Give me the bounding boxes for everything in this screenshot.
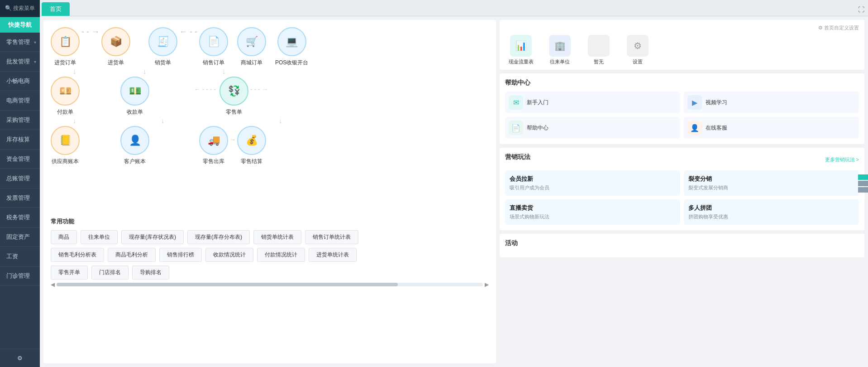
func-btn-sales-rank[interactable]: 销售排行榜	[159, 248, 202, 262]
main-area: 首页 ⛶ 📋 进货订单 - - →	[40, 0, 868, 367]
arrow-right-retail: →	[229, 136, 236, 143]
tab-bar: 首页 ⛶	[40, 0, 868, 16]
down-arrow-sales: ↓	[121, 68, 168, 76]
flow-node-sales[interactable]: 🧾 销货单	[148, 27, 177, 67]
receipt-icon: 💵	[129, 85, 141, 97]
scroll-left-arrow[interactable]: ◀	[51, 281, 55, 288]
func-btn-retail-order[interactable]: 零售开单	[51, 266, 88, 280]
quick-icons-row: 📊 现金流量表 🏢 往来单位 暂无 ⚙ 设置	[505, 35, 859, 65]
common-func-row2: 销售毛利分析表 商品毛利分析 销售排行榜 收款情况统计 付款情况统计 进货单统计…	[51, 248, 489, 262]
purchase-order-icon: 📋	[59, 36, 72, 48]
tab-home[interactable]: 首页	[42, 2, 70, 16]
settings-icon-box: ⚙	[627, 35, 649, 57]
sidebar-settings-button[interactable]: ⚙	[0, 349, 40, 367]
float-btn-service[interactable]: 客服热线	[858, 174, 868, 180]
flow-node-sales-order[interactable]: 📄 销售订单	[199, 27, 228, 67]
supplier-ledger-icon: 📒	[59, 135, 72, 146]
func-btn-guide-rank[interactable]: 导购排名	[132, 266, 169, 280]
func-btn-receipt-stat[interactable]: 收款情况统计	[205, 248, 253, 262]
quick-icon-settings[interactable]: ⚙ 设置	[622, 35, 653, 65]
quick-icon-cashflow[interactable]: 📊 现金流量表	[505, 35, 537, 65]
quick-icon-empty: 暂无	[583, 35, 615, 65]
sidebar-nav-label: 快捷导航	[0, 17, 40, 33]
help-center-title: 帮助中心	[505, 79, 859, 87]
sidebar-item-purchase[interactable]: 采购管理	[0, 111, 40, 130]
marketing-item-fission[interactable]: 裂变分销 裂变式发展分销商	[684, 170, 859, 196]
sidebar-item-xiaochang[interactable]: 小畅电商	[0, 72, 40, 91]
more-marketing-link[interactable]: 更多营销玩法 >	[825, 156, 859, 163]
marketing-title: 营销玩法	[505, 153, 530, 161]
sidebar-item-tax[interactable]: 税务管理	[0, 208, 40, 227]
flow-node-purchase-order[interactable]: 📋 进货订单	[51, 27, 80, 67]
customer-ledger-icon: 👤	[129, 135, 141, 146]
func-btn-product-profit[interactable]: 商品毛利分析	[108, 248, 156, 262]
flow-node-supplier-ledger[interactable]: 📒 供应商账本	[51, 126, 80, 165]
scroll-thumb	[57, 283, 398, 286]
common-func-row1: 商品 往来单位 现存量(库存状况表) 现存量(库存分布表) 销货单统计表 销售订…	[51, 230, 489, 244]
float-btn-desktop[interactable]: 桌面快捷	[858, 187, 868, 193]
sidebar-item-clinic[interactable]: 门诊管理	[0, 266, 40, 286]
customize-btn[interactable]: ⚙ 首页自定义设置	[818, 24, 859, 31]
retail-settle-icon: 💰	[246, 135, 258, 146]
help-item-helpcenter[interactable]: 📄 帮助中心	[505, 117, 680, 139]
func-btn-product[interactable]: 商品	[51, 230, 77, 244]
flow-node-customer-ledger[interactable]: 👤 客户账本	[120, 126, 149, 165]
common-functions-section: 常用功能 商品 往来单位 现存量(库存状况表) 现存量(库存分布表) 销货单统计…	[51, 217, 489, 280]
pos-icon: 💻	[286, 36, 298, 48]
marketing-item-member[interactable]: 会员拉新 吸引用户成为会员	[505, 170, 680, 196]
chevron-icon: ▾	[34, 40, 36, 45]
func-btn-purchase-stat[interactable]: 进货单统计表	[309, 248, 357, 262]
search-icon: 🔍	[5, 5, 12, 11]
help-item-online-service[interactable]: 👤 在线客服	[684, 117, 859, 139]
flow-node-mall-order[interactable]: 🛒 商城订单	[237, 27, 266, 67]
sidebar-search[interactable]: 🔍 搜索菜单	[0, 0, 40, 17]
empty-icon-box	[588, 35, 610, 57]
flow-node-retail-order[interactable]: 💱 零售单	[219, 77, 248, 116]
flow-node-pos[interactable]: 💻 POS收银开台	[275, 27, 308, 67]
flow-node-purchase[interactable]: 📦 进货单	[101, 27, 130, 67]
arrow-left-1: ← - -	[177, 27, 199, 37]
scroll-right-arrow[interactable]: ▶	[485, 281, 489, 288]
scroll-track[interactable]	[57, 283, 483, 286]
flow-node-receipt[interactable]: 💵 收款单	[120, 77, 149, 116]
func-btn-store-rank[interactable]: 门店排名	[91, 266, 129, 280]
content-area: 📋 进货订单 - - → 📦 进货单	[40, 16, 868, 367]
help-grid: ✉ 新手入门 ▶ 视频学习 📄 帮助中心 👤 在线客服	[505, 92, 859, 139]
arrow-left-2: ← - - - -	[194, 86, 216, 93]
marketing-item-live[interactable]: 直播卖货 场景式购物新玩法	[505, 199, 680, 225]
flow-node-retail-settle[interactable]: 💰 零售结算	[237, 126, 266, 165]
float-btn-community[interactable]: 服务社区	[858, 181, 868, 186]
sidebar-item-salary[interactable]: 工资	[0, 247, 40, 266]
func-btn-payment-stat[interactable]: 付款情况统计	[257, 248, 305, 262]
func-btn-sales-profit[interactable]: 销售毛利分析表	[51, 248, 104, 262]
func-btn-partner[interactable]: 往来单位	[81, 230, 118, 244]
flow-node-retail-out[interactable]: 🚚 零售出库	[199, 126, 228, 165]
payment-icon: 💴	[59, 85, 72, 97]
help-item-beginner[interactable]: ✉ 新手入门	[505, 92, 680, 113]
sidebar-item-fixed-assets[interactable]: 固定资产	[0, 227, 40, 247]
sidebar-item-wholesale[interactable]: 批发管理 ▾	[0, 52, 40, 72]
func-btn-stock2[interactable]: 现存量(库存分布表)	[187, 230, 250, 244]
flow-node-payment[interactable]: 💴 付款单	[51, 77, 80, 116]
purchase-icon: 📦	[110, 36, 122, 48]
flow-diagram: 📋 进货订单 - - → 📦 进货单	[51, 27, 489, 217]
func-btn-sales-order-stat[interactable]: 销售订单统计表	[305, 230, 358, 244]
sidebar-item-inventory[interactable]: 库存核算	[0, 130, 40, 150]
sidebar-item-finance[interactable]: 资金管理	[0, 150, 40, 169]
quick-icon-partner[interactable]: 🏢 往来单位	[544, 35, 576, 65]
func-btn-sales-stat[interactable]: 销货单统计表	[253, 230, 301, 244]
beginner-icon: ✉	[509, 95, 523, 110]
arrow-right-pos: - - - →	[250, 86, 268, 93]
sidebar-item-invoice[interactable]: 发票管理	[0, 188, 40, 208]
marketing-item-group-buy[interactable]: 多人拼团 拼团购物享受优惠	[684, 199, 859, 225]
func-btn-stock1[interactable]: 现存量(库存状况表)	[121, 230, 184, 244]
sidebar-item-ledger[interactable]: 总账管理	[0, 169, 40, 188]
down-arrow-retailorder: ↓	[257, 117, 304, 125]
horizontal-scrollbar: ◀ ▶	[51, 280, 489, 290]
sidebar-item-retail[interactable]: 零售管理 ▾	[0, 33, 40, 52]
sidebar-item-ecommerce[interactable]: 电商管理	[0, 91, 40, 111]
expand-icon[interactable]: ⛶	[858, 6, 864, 13]
chevron-icon: ▾	[34, 59, 36, 64]
mall-order-icon: 🛒	[246, 36, 258, 48]
help-item-video[interactable]: ▶ 视频学习	[684, 92, 859, 113]
